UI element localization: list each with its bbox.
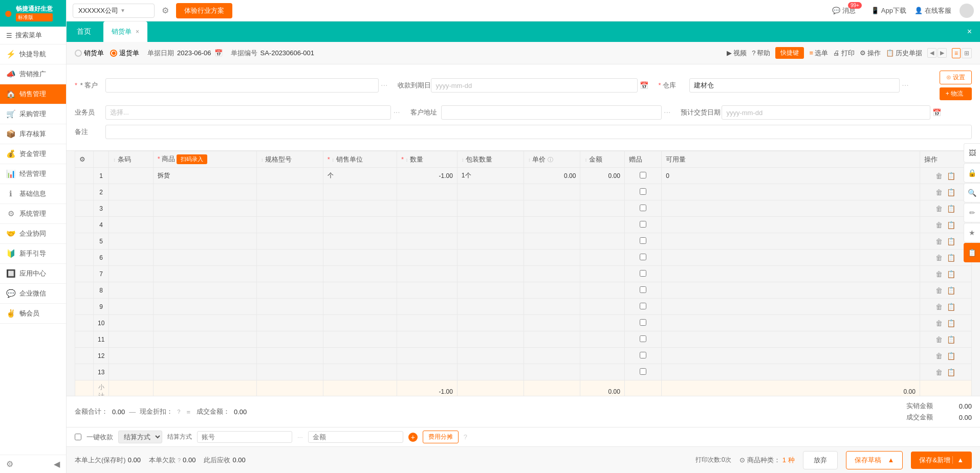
topbar-settings-icon[interactable]: ⚙ <box>160 4 171 17</box>
row-unit-price-9[interactable] <box>524 315 580 331</box>
row-amount-9[interactable] <box>580 315 624 331</box>
payment-account-more-icon[interactable]: ··· <box>297 433 303 441</box>
trial-button[interactable]: 体验行业方案 <box>176 3 232 18</box>
delete-icon-5[interactable]: 🗑 <box>934 253 944 263</box>
goods-type-selector[interactable]: ⊙ 商品种类： 1 种 <box>739 456 795 465</box>
list-view-icon[interactable]: ≡ <box>952 48 961 58</box>
delete-icon-9[interactable]: 🗑 <box>934 318 944 328</box>
row-unit-price-1[interactable] <box>524 184 580 200</box>
sidebar-item-purchase[interactable]: 🛒 采购管理 <box>0 104 66 124</box>
sidebar-item-app-center[interactable]: 🔲 应用中心 <box>0 264 66 284</box>
save-draft-button[interactable]: 保存草稿 ▲ <box>846 451 903 469</box>
row-unit-price-6[interactable] <box>524 266 580 282</box>
date-value[interactable]: 2023-06-06 <box>177 49 211 57</box>
copy-icon-6[interactable]: 📋 <box>946 269 956 279</box>
row-unit-5[interactable] <box>323 250 397 266</box>
copy-icon-8[interactable]: 📋 <box>946 302 956 312</box>
row-unit-8[interactable] <box>323 299 397 315</box>
row-unit-6[interactable] <box>323 266 397 282</box>
row-spec-4[interactable] <box>256 233 323 250</box>
row-barcode-8[interactable] <box>109 299 153 315</box>
row-pkg-qty-3[interactable] <box>457 217 524 233</box>
delete-icon-6[interactable]: 🗑 <box>934 269 944 279</box>
row-unit-9[interactable] <box>323 315 397 331</box>
print-button[interactable]: 🖨 打印 <box>833 49 855 58</box>
sidebar-item-basic[interactable]: ℹ 基础信息 <box>0 184 66 204</box>
row-unit-price-2[interactable] <box>524 200 580 217</box>
row-gift-9[interactable] <box>624 315 661 331</box>
sidebar-item-wechat[interactable]: 💬 企业微信 <box>0 284 66 304</box>
add-payment-button[interactable]: + <box>408 433 418 442</box>
row-goods-2[interactable] <box>153 200 256 217</box>
discount-info-icon[interactable]: ? <box>177 409 180 415</box>
row-unit-12[interactable] <box>323 364 397 380</box>
row-goods-6[interactable] <box>153 266 256 282</box>
row-spec-10[interactable] <box>256 331 323 348</box>
row-qty-3[interactable] <box>397 217 458 233</box>
row-qty-12[interactable] <box>397 364 458 380</box>
row-amount-11[interactable] <box>580 348 624 364</box>
row-amount-0[interactable]: 0.00 <box>580 168 624 184</box>
num-value[interactable]: SA-20230606-001 <box>260 49 315 57</box>
copy-icon-0[interactable]: 📋 <box>946 171 956 181</box>
tab-home[interactable]: 首页 <box>67 21 101 42</box>
row-amount-8[interactable] <box>580 299 624 315</box>
next-arrow[interactable]: ▶ <box>938 48 947 58</box>
row-unit-10[interactable] <box>323 331 397 348</box>
receive-date-calendar-icon[interactable]: 📅 <box>640 81 648 89</box>
row-barcode-0[interactable] <box>109 168 153 184</box>
row-pkg-qty-5[interactable] <box>457 250 524 266</box>
copy-icon-3[interactable]: 📋 <box>946 220 956 230</box>
row-qty-6[interactable] <box>397 266 458 282</box>
delete-icon-8[interactable]: 🗑 <box>934 302 944 312</box>
abandon-button[interactable]: 放弃 <box>803 451 838 469</box>
delete-icon-10[interactable]: 🗑 <box>934 334 944 345</box>
expected-date-calendar-icon[interactable]: 📅 <box>932 108 941 117</box>
save-new-dropdown-icon[interactable]: ▲ <box>952 456 964 464</box>
row-qty-2[interactable] <box>397 200 458 217</box>
row-goods-10[interactable] <box>153 331 256 348</box>
settings-icon[interactable]: ⚙ <box>6 459 13 469</box>
row-spec-0[interactable] <box>256 168 323 184</box>
copy-icon-4[interactable]: 📋 <box>946 236 956 246</box>
row-unit-price-10[interactable] <box>524 331 580 348</box>
sidebar-item-member[interactable]: ✌ 畅会员 <box>0 304 66 324</box>
delete-icon-1[interactable]: 🗑 <box>934 187 944 197</box>
help-link[interactable]: ? 帮助 <box>752 49 770 58</box>
row-spec-11[interactable] <box>256 348 323 364</box>
warehouse-input[interactable]: 建材仓 <box>689 78 900 93</box>
row-unit-price-7[interactable] <box>524 282 580 299</box>
radio-return-order[interactable]: 退货单 <box>110 49 139 58</box>
row-pkg-qty-4[interactable] <box>457 233 524 250</box>
row-qty-9[interactable] <box>397 315 458 331</box>
row-qty-8[interactable] <box>397 299 458 315</box>
row-pkg-qty-9[interactable] <box>457 315 524 331</box>
row-goods-11[interactable] <box>153 348 256 364</box>
row-barcode-3[interactable] <box>109 217 153 233</box>
row-qty-4[interactable] <box>397 233 458 250</box>
sidebar-item-finance[interactable]: 💰 资金管理 <box>0 144 66 164</box>
row-unit-3[interactable] <box>323 217 397 233</box>
right-panel-lock-btn[interactable]: 🔒 <box>964 163 980 183</box>
company-selector[interactable]: XXXXXX公司 ▼ <box>73 4 155 18</box>
row-spec-2[interactable] <box>256 200 323 217</box>
row-pkg-qty-12[interactable] <box>457 364 524 380</box>
calendar-icon[interactable]: 📅 <box>214 49 223 57</box>
collapse-icon[interactable]: ◀ <box>54 459 60 469</box>
copy-icon-5[interactable]: 📋 <box>946 253 956 263</box>
select-button[interactable]: ≡ 选单 <box>809 49 828 58</box>
th-settings[interactable]: ⚙ <box>75 151 94 168</box>
online-service-button[interactable]: 👤 在线客服 <box>914 6 951 15</box>
row-pkg-qty-8[interactable] <box>457 299 524 315</box>
message-button[interactable]: 💬 消息 99+ <box>832 6 856 15</box>
row-spec-12[interactable] <box>256 364 323 380</box>
expense-split-button[interactable]: 费用分摊 <box>423 431 459 443</box>
gear-icon-btn[interactable]: ⚙ <box>79 155 85 163</box>
row-pkg-qty-1[interactable] <box>457 184 524 200</box>
row-pkg-qty-2[interactable] <box>457 200 524 217</box>
row-spec-6[interactable] <box>256 266 323 282</box>
delete-icon-4[interactable]: 🗑 <box>934 236 944 246</box>
right-panel-edit-btn[interactable]: ✏ <box>964 203 980 222</box>
stat2-info-icon[interactable]: ? <box>178 457 181 463</box>
row-gift-11[interactable] <box>624 348 661 364</box>
